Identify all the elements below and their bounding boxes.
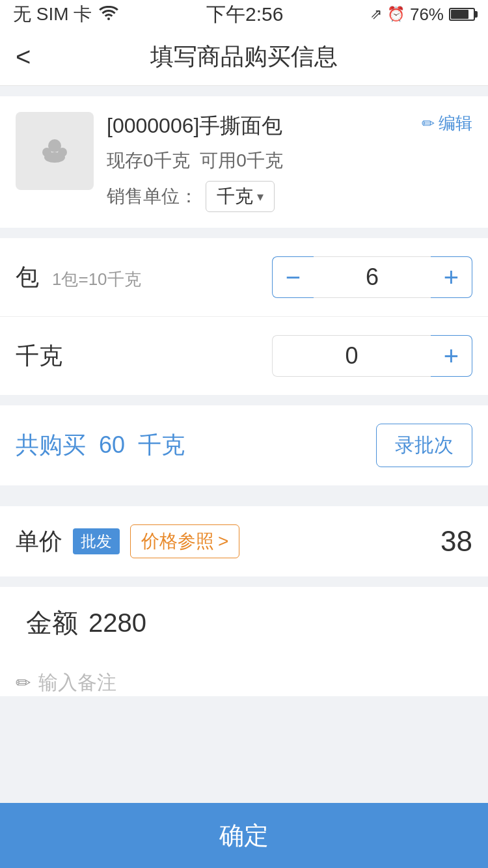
package-minus-button[interactable]: −: [272, 256, 314, 298]
price-section: 单价 批发 价格参照 > 38: [0, 506, 488, 576]
kg-qty-control: +: [272, 335, 472, 377]
edit-button[interactable]: ✏ 编辑: [422, 112, 472, 135]
total-row: 共购买 60 千克 录批次: [0, 405, 488, 485]
nav-bar: < 填写商品购买信息: [0, 29, 488, 86]
package-input-section: 包 1包=10千克 − + 千克 +: [0, 238, 488, 395]
chevron-down-icon: ▾: [257, 189, 264, 204]
amount-row: 金额2280: [0, 587, 488, 659]
note-row[interactable]: ✏ 输入备注: [0, 659, 488, 696]
kg-input-row: 千克 +: [0, 317, 488, 395]
product-name: [0000006]手撕面包: [107, 112, 472, 141]
kg-qty-input[interactable]: [272, 335, 431, 377]
price-label: 单价: [16, 526, 62, 558]
price-ref-button[interactable]: 价格参照 >: [130, 524, 239, 558]
chevron-right-icon: >: [218, 531, 228, 552]
product-stock: 现存0千克 可用0千克: [107, 148, 472, 173]
status-time: 下午2:56: [206, 1, 283, 28]
divider-2: [0, 395, 488, 405]
product-image: [16, 112, 94, 190]
svg-point-3: [44, 152, 65, 163]
product-info: [0000006]手撕面包 现存0千克 可用0千克 销售单位： 千克 ▾: [107, 112, 472, 212]
amount-section: 金额2280 ✏ 输入备注: [0, 576, 488, 696]
kg-label: 千克: [16, 340, 272, 372]
product-unit: 销售单位： 千克 ▾: [107, 181, 472, 212]
edit-icon: ✏: [422, 115, 435, 133]
divider-1: [0, 228, 488, 238]
battery-icon: [449, 8, 475, 21]
carrier-text: 无 SIM 卡: [13, 2, 92, 27]
package-label: 包 1包=10千克: [16, 262, 272, 293]
package-hint: 1包=10千克: [52, 269, 141, 289]
alarm-icon: ⏰: [387, 6, 405, 23]
batch-button[interactable]: 录批次: [376, 424, 472, 467]
wifi-icon: [98, 4, 119, 25]
divider-4: [0, 576, 488, 587]
pencil-icon: ✏: [16, 672, 31, 694]
page-title: 填写商品购买信息: [150, 41, 338, 73]
confirm-button[interactable]: 确定: [0, 803, 488, 868]
package-input-row: 包 1包=10千克 − +: [0, 238, 488, 317]
price-row: 单价 批发 价格参照 > 38: [16, 524, 472, 558]
location-icon: ⇗: [370, 6, 382, 23]
package-plus-button[interactable]: +: [431, 256, 472, 298]
status-left: 无 SIM 卡: [13, 2, 119, 27]
note-placeholder: 输入备注: [38, 670, 116, 696]
total-text: 共购买 60 千克: [16, 429, 185, 461]
product-card: [0000006]手撕面包 现存0千克 可用0千克 销售单位： 千克 ▾ ✏ 编…: [0, 96, 488, 228]
divider-3: [0, 485, 488, 496]
package-qty-control: − +: [272, 256, 472, 298]
amount-text: 金额2280: [16, 605, 472, 641]
kg-plus-button[interactable]: +: [431, 335, 472, 377]
status-bar: 无 SIM 卡 下午2:56 ⇗ ⏰ 76%: [0, 0, 488, 29]
package-qty-input[interactable]: [314, 256, 431, 298]
battery-percent: 76%: [410, 5, 444, 25]
unit-select[interactable]: 千克 ▾: [206, 181, 275, 212]
amount-value: 2280: [88, 608, 146, 637]
price-value: 38: [441, 525, 472, 558]
total-amount: 60: [99, 431, 125, 458]
status-right: ⇗ ⏰ 76%: [370, 5, 475, 25]
price-tag: 批发: [73, 528, 120, 554]
back-button[interactable]: <: [16, 42, 31, 72]
